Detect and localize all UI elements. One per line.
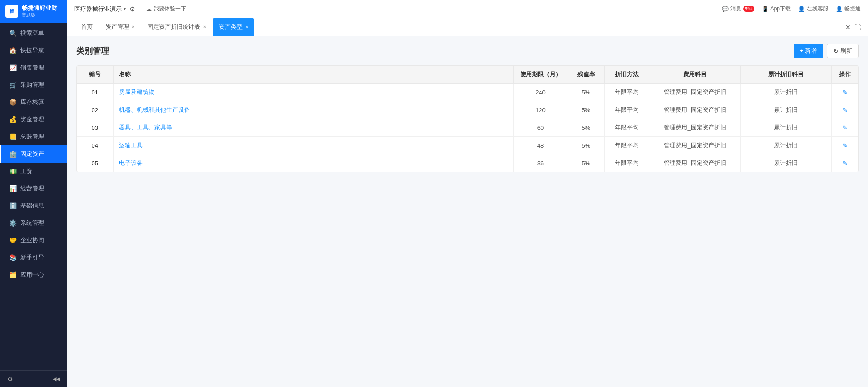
sidebar-footer: ⚙ ◀◀ [0,370,67,387]
sidebar-item-purchase[interactable]: 🛒 采购管理 [0,76,67,94]
col-period: 使用期限（月） [513,66,568,84]
table-body: 01 房屋及建筑物 240 5% 年限平均 管理费用_固定资产折旧 累计折旧 ✎… [77,84,858,172]
tab-asset-type-label: 资产类型 [219,23,243,31]
experience-cloud-icon: ☁ [146,6,152,12]
col-method: 折旧方法 [604,66,650,84]
table-row: 03 器具、工具、家具等 60 5% 年限平均 管理费用_固定资产折旧 累计折旧… [77,119,858,137]
sidebar-item-quick-nav[interactable]: 🏠 快捷导航 [0,42,67,59]
sidebar-item-label: 库存核算 [20,98,44,106]
settings-footer-icon[interactable]: ⚙ [7,375,13,382]
sidebar-item-operations[interactable]: 📊 经营管理 [0,180,67,197]
tab-asset-mgmt-close[interactable]: × [132,24,134,30]
sidebar-item-label: 工资 [20,167,32,175]
service-icon: 👤 [798,6,805,12]
tab-asset-mgmt[interactable]: 资产管理 × [99,18,141,36]
topbar-company[interactable]: 医疗器械行业演示 ▾ [74,5,126,13]
sidebar-item-label: 经营管理 [20,184,44,193]
topbar-user[interactable]: 👤 畅捷通 [836,5,861,13]
message-icon: 💬 [722,6,729,12]
sidebar-item-capital[interactable]: 💰 资金管理 [0,111,67,128]
sidebar-header: 畅 畅捷通好业财 普及版 [0,0,67,23]
cell-period-2: 120 [513,101,568,119]
operations-icon: 📊 [9,185,17,192]
cell-action-4[interactable]: ✎ [831,137,858,154]
app-download-label: App下载 [770,5,791,13]
cell-method-2: 年限平均 [604,101,650,119]
main-content: 医疗器械行业演示 ▾ ⚙ ☁ 我要体验一下 💬 消息 99+ 📱 App下载 👤… [67,0,868,387]
sidebar-item-search[interactable]: 🔍 搜索菜单 [0,25,67,42]
experience-label: 我要体验一下 [154,5,186,13]
cell-method-5: 年限平均 [604,154,650,172]
cell-code-4: 04 [77,137,113,154]
topbar-app-download[interactable]: 📱 App下载 [762,5,791,13]
cell-expense-2: 管理费用_固定资产折旧 [650,101,740,119]
sidebar-item-enterprise[interactable]: 🤝 企业协同 [0,232,67,249]
refresh-button[interactable]: ↻ 刷新 [827,44,859,58]
cell-period-5: 36 [513,154,568,172]
fixed-assets-icon: 🏢 [9,150,17,158]
user-icon: 👤 [836,6,843,12]
cell-action-3[interactable]: ✎ [831,119,858,137]
topbar-settings-icon[interactable]: ⚙ [129,5,135,13]
table-row: 04 运输工具 48 5% 年限平均 管理费用_固定资产折旧 累计折旧 ✎ [77,137,858,154]
sidebar-item-label: 新手引导 [20,253,44,262]
asset-type-table: 编号 名称 使用期限（月） 残值率 折旧方法 费用科目 累计折旧科目 操作 01 [76,65,859,172]
sidebar-item-salary[interactable]: 💵 工资 [0,163,67,180]
cell-name-4: 运输工具 [113,137,513,154]
tab-asset-type-close[interactable]: × [245,24,248,30]
sidebar-item-inventory[interactable]: 📦 库存核算 [0,94,67,111]
tab-home[interactable]: 首页 [74,18,99,36]
cell-name-5: 电子设备 [113,154,513,172]
cell-expense-5: 管理费用_固定资产折旧 [650,154,740,172]
window-close-btn[interactable]: ✕ [845,24,851,31]
cell-residual-1: 5% [568,84,604,101]
sidebar-item-label: 系统管理 [20,219,44,227]
company-dropdown-icon[interactable]: ▾ [124,6,126,11]
cell-method-4: 年限平均 [604,137,650,154]
tab-depreciation-close[interactable]: × [203,24,206,30]
cell-action-1[interactable]: ✎ [831,84,858,101]
enterprise-icon: 🤝 [9,237,17,244]
cell-accumulated-5: 累计折旧 [740,154,831,172]
message-badge: 99+ [743,6,754,12]
cell-action-5[interactable]: ✎ [831,154,858,172]
col-action: 操作 [831,66,858,84]
sidebar-item-fixed-assets[interactable]: 🏢 固定资产 [0,145,67,163]
topbar-online-service[interactable]: 👤 在线客服 [798,5,828,13]
cell-method-3: 年限平均 [604,119,650,137]
sidebar-item-sales[interactable]: 📈 销售管理 [0,59,67,76]
edit-icon-2[interactable]: ✎ [843,107,848,114]
collapse-icon[interactable]: ◀◀ [53,376,60,382]
cell-name-3: 器具、工具、家具等 [113,119,513,137]
message-label: 消息 [730,5,741,13]
sidebar-item-newbie[interactable]: 📚 新手引导 [0,249,67,266]
app-title: 畅捷通好业财 [22,5,57,12]
new-button[interactable]: + 新增 [794,44,823,58]
window-expand-btn[interactable]: ⛶ [854,24,861,31]
cell-residual-2: 5% [568,101,604,119]
sidebar-item-label: 搜索菜单 [20,29,44,37]
tab-asset-type[interactable]: 资产类型 × [213,18,254,36]
tab-home-label: 首页 [81,23,93,31]
cell-action-2[interactable]: ✎ [831,101,858,119]
edit-icon-5[interactable]: ✎ [843,160,848,167]
sidebar-item-app-center[interactable]: 🗂️ 应用中心 [0,266,67,283]
topbar-experience[interactable]: ☁ 我要体验一下 [146,5,186,13]
cell-residual-3: 5% [568,119,604,137]
sidebar-item-ledger[interactable]: 📒 总账管理 [0,128,67,145]
cell-name-1: 房屋及建筑物 [113,84,513,101]
cell-method-1: 年限平均 [604,84,650,101]
table-row: 02 机器、机械和其他生产设备 120 5% 年限平均 管理费用_固定资产折旧 … [77,101,858,119]
cell-accumulated-4: 累计折旧 [740,137,831,154]
edit-icon-1[interactable]: ✎ [843,89,848,96]
edit-icon-3[interactable]: ✎ [843,124,848,131]
col-residual: 残值率 [568,66,604,84]
topbar-message[interactable]: 💬 消息 99+ [722,5,754,13]
edit-icon-4[interactable]: ✎ [843,142,848,149]
page-header: 类别管理 + 新增 ↻ 刷新 [76,44,859,58]
cell-residual-4: 5% [568,137,604,154]
tab-depreciation-table[interactable]: 固定资产折旧统计表 × [141,18,212,36]
user-label: 畅捷通 [844,5,861,13]
sidebar-item-basic-info[interactable]: ℹ️ 基础信息 [0,197,67,214]
sidebar-item-system[interactable]: ⚙️ 系统管理 [0,214,67,232]
